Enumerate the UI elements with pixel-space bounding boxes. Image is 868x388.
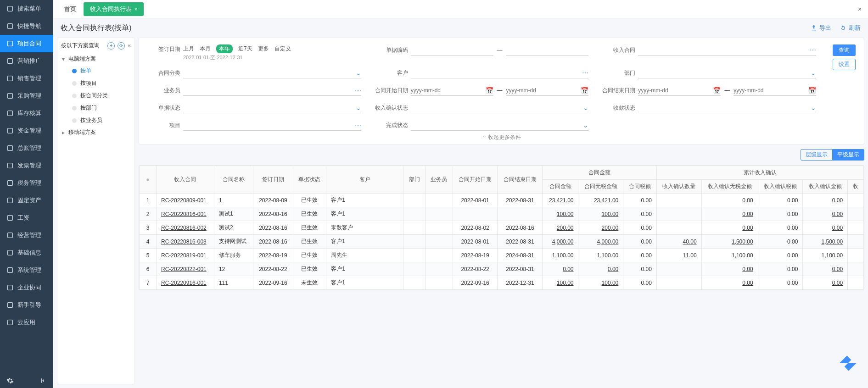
input-end-date-from[interactable] — [638, 87, 721, 94]
more-icon[interactable]: ⋯ — [810, 46, 816, 54]
input-contract[interactable] — [638, 47, 816, 53]
scheme-refresh-icon[interactable]: ⟳ — [118, 42, 125, 50]
cell-cnt[interactable]: 0.00 — [701, 276, 758, 290]
cell-cqty[interactable] — [656, 276, 701, 290]
sidebar-item-17[interactable]: 新手引导 — [0, 296, 53, 314]
collapse-conditions-button[interactable]: 收起更多条件 — [147, 131, 856, 141]
cell-cqty[interactable] — [656, 207, 701, 221]
date-preset[interactable]: 近7天 — [238, 45, 252, 53]
cell-amt-nt[interactable]: 200.00 — [578, 221, 623, 235]
input-end-date-to[interactable] — [734, 87, 816, 94]
export-button[interactable]: 导出 — [810, 24, 831, 32]
input-customer[interactable] — [411, 70, 589, 76]
cell-amt[interactable]: 100.00 — [543, 276, 578, 290]
sidebar-item-15[interactable]: 系统管理 — [0, 261, 53, 279]
sidebar-item-2[interactable]: 项目合同 — [0, 35, 53, 52]
input-sales[interactable] — [183, 87, 361, 94]
calendar-icon[interactable]: 📅 — [713, 87, 721, 94]
gear-header[interactable] — [140, 166, 157, 194]
chevron-down-icon[interactable]: ⌄ — [583, 122, 588, 129]
view-level-button[interactable]: 层级显示 — [801, 149, 833, 161]
cell-amt[interactable]: 200.00 — [543, 221, 578, 235]
sidebar-item-14[interactable]: 基础信息 — [0, 244, 53, 261]
sidebar-item-3[interactable]: 营销推广 — [0, 52, 53, 70]
cell-amt[interactable]: 1,100.00 — [543, 249, 578, 262]
chevron-down-icon[interactable]: ⌄ — [811, 104, 816, 111]
input-project[interactable] — [183, 122, 361, 128]
cell-amt[interactable]: 100.00 — [543, 207, 578, 221]
cell-camt[interactable]: 0.00 — [803, 276, 848, 290]
cell-amt[interactable]: 0.00 — [543, 262, 578, 276]
input-category[interactable] — [183, 70, 361, 76]
cell-amt-nt[interactable]: 100.00 — [578, 207, 623, 221]
sidebar-item-13[interactable]: 经营管理 — [0, 227, 53, 244]
sidebar-item-11[interactable]: 固定资产 — [0, 192, 53, 209]
tree-leaf-0[interactable]: 按单 — [69, 65, 131, 77]
settings-button[interactable]: 设置 — [833, 59, 856, 70]
tree-leaf-4[interactable]: 按业务员 — [69, 114, 131, 127]
more-icon[interactable]: ⋯ — [582, 69, 588, 77]
tab-home[interactable]: 首页 — [58, 2, 83, 16]
tab-active[interactable]: 收入合同执行表 × — [84, 2, 144, 16]
sidebar-item-5[interactable]: 采购管理 — [0, 87, 53, 105]
cell-cqty[interactable] — [656, 262, 701, 276]
date-preset[interactable]: 自定义 — [274, 45, 291, 53]
query-button[interactable]: 查询 — [833, 44, 856, 56]
cell-cnt[interactable]: 0.00 — [701, 262, 758, 276]
tree-group[interactable]: ▾电脑端方案 — [61, 53, 131, 65]
calendar-icon[interactable]: 📅 — [486, 87, 493, 94]
cell-cnt[interactable]: 1,500.00 — [701, 235, 758, 249]
cell-code[interactable]: RC-20220816-001 — [157, 207, 214, 221]
cell-cnt[interactable]: 0.00 — [701, 194, 758, 207]
input-dept[interactable] — [638, 70, 816, 76]
calendar-icon[interactable]: 📅 — [581, 87, 588, 94]
input-receive-status[interactable] — [638, 105, 816, 111]
cell-cnt[interactable]: 0.00 — [701, 221, 758, 235]
more-icon[interactable]: ⋯ — [355, 87, 361, 94]
cell-code[interactable]: RC-20220822-001 — [157, 262, 214, 276]
scheme-collapse-icon[interactable]: « — [128, 42, 131, 50]
tree-leaf-2[interactable]: 按合同分类 — [69, 89, 131, 102]
sidebar-item-18[interactable]: 云应用 — [0, 314, 53, 331]
cell-amt-nt[interactable]: 0.00 — [578, 262, 623, 276]
cell-amt[interactable]: 23,421.00 — [543, 194, 578, 207]
date-preset[interactable]: 本月 — [200, 45, 211, 53]
sidebar-item-7[interactable]: 资金管理 — [0, 122, 53, 139]
scheme-add-icon[interactable]: + — [107, 42, 115, 50]
refresh-button[interactable]: 刷新 — [840, 24, 861, 32]
chevron-down-icon[interactable]: ⌄ — [356, 69, 361, 77]
sidebar-item-4[interactable]: 销售管理 — [0, 70, 53, 87]
chevron-down-icon[interactable]: ⌄ — [356, 104, 361, 111]
cell-camt[interactable]: 0.00 — [803, 262, 848, 276]
cell-cqty[interactable]: 40.00 — [656, 235, 701, 249]
tree-leaf-1[interactable]: 按项目 — [69, 77, 131, 89]
sidebar-item-0[interactable]: 搜索菜单 — [0, 0, 53, 17]
assistant-bird-icon[interactable] — [837, 352, 859, 374]
sidebar-item-6[interactable]: 库存核算 — [0, 105, 53, 122]
input-bill-no-to[interactable] — [506, 47, 589, 53]
cell-camt[interactable]: 0.00 — [803, 194, 848, 207]
cell-cqty[interactable] — [656, 221, 701, 235]
date-preset[interactable]: 本年 — [216, 44, 233, 53]
input-start-date-to[interactable] — [506, 87, 589, 94]
date-preset[interactable]: 上月 — [183, 45, 194, 53]
input-confirm-status[interactable] — [411, 105, 589, 111]
sidebar-item-1[interactable]: 快捷导航 — [0, 17, 53, 35]
collapse-sidebar-icon[interactable] — [39, 377, 47, 384]
sidebar-item-8[interactable]: 总账管理 — [0, 139, 53, 157]
cell-code[interactable]: RC-20220916-001 — [157, 276, 214, 290]
input-bill-status[interactable] — [183, 105, 361, 111]
sidebar-item-12[interactable]: 工资 — [0, 209, 53, 227]
cell-code[interactable]: RC-20220809-001 — [157, 194, 214, 207]
input-complete-status[interactable] — [411, 122, 589, 128]
cell-code[interactable]: RC-20220819-001 — [157, 249, 214, 262]
input-start-date-from[interactable] — [411, 87, 493, 94]
sidebar-item-9[interactable]: 发票管理 — [0, 157, 53, 174]
cell-amt-nt[interactable]: 1,100.00 — [578, 249, 623, 262]
view-flat-button[interactable]: 平级显示 — [833, 149, 864, 161]
date-preset[interactable]: 更多 — [258, 45, 269, 53]
cell-camt[interactable]: 0.00 — [803, 221, 848, 235]
sidebar-item-10[interactable]: 税务管理 — [0, 174, 53, 192]
tree-leaf-3[interactable]: 按部门 — [69, 102, 131, 114]
cell-cqty[interactable] — [656, 194, 701, 207]
